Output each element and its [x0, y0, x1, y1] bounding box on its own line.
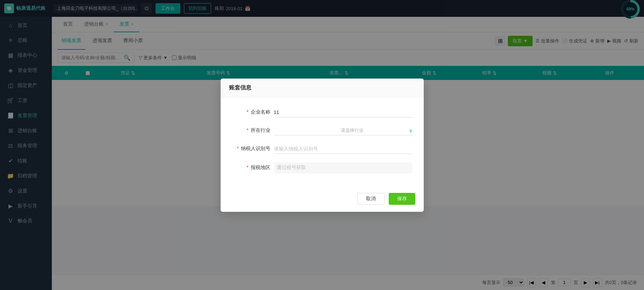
industry-select-wrapper: 请选择行业 ∨ [274, 126, 413, 135]
company-name-input[interactable] [274, 107, 413, 117]
taxid-label: * 纳税人识别号 [232, 146, 270, 152]
taxregion-label: * 报税地区 [232, 164, 270, 171]
modal-footer: 取消 保存 [221, 189, 424, 212]
taxregion-label-text: 报税地区 [251, 164, 270, 170]
required-star-3: * [237, 146, 238, 151]
industry-label: * 所在行业 [232, 127, 270, 134]
modal-title: 账套信息 [221, 79, 424, 97]
required-star-2: * [247, 127, 248, 133]
company-name-label: * 企业名称 [232, 109, 270, 115]
industry-label-text: 所在行业 [251, 127, 270, 133]
form-row-industry: * 所在行业 请选择行业 ∨ [232, 126, 413, 135]
required-star-4: * [247, 164, 248, 170]
industry-select[interactable] [274, 128, 341, 133]
save-button[interactable]: 保存 [389, 193, 415, 205]
form-row-taxregion: * 报税地区 通过税号获取 [232, 162, 413, 173]
account-info-modal: 账套信息 * 企业名称 * 所在行业 请选 [221, 79, 424, 212]
taxregion-readonly: 通过税号获取 [274, 162, 413, 173]
modal-overlay: 账套信息 * 企业名称 * 所在行业 请选 [0, 0, 644, 290]
taxid-input[interactable] [274, 144, 413, 154]
modal-body: * 企业名称 * 所在行业 请选择行业 ∨ [221, 97, 424, 189]
industry-dropdown-arrow: ∨ [409, 128, 413, 133]
industry-placeholder: 请选择行业 [341, 127, 408, 134]
form-row-company: * 企业名称 [232, 107, 413, 117]
cancel-button[interactable]: 取消 [357, 193, 385, 205]
form-row-taxid: * 纳税人识别号 [232, 144, 413, 154]
taxid-label-text: 纳税人识别号 [241, 146, 270, 151]
required-star: * [247, 109, 248, 115]
company-label-text: 企业名称 [251, 109, 270, 115]
